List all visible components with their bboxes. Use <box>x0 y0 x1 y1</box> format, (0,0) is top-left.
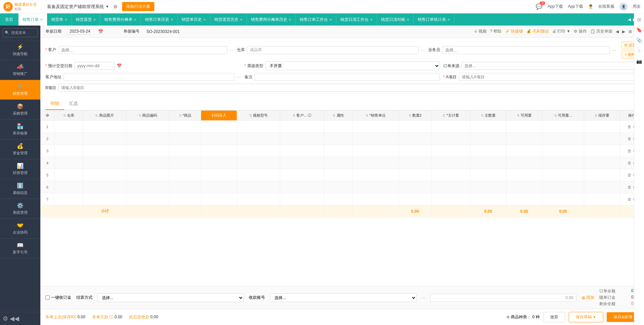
message-icon[interactable]: 💬 9 <box>536 3 542 10</box>
tab-sales-return[interactable]: 销货退货 ✕ <box>72 13 100 26</box>
row-6-customer-code[interactable] <box>280 181 324 193</box>
row-7-warehouse[interactable] <box>54 193 83 205</box>
sidebar-item-system[interactable]: ⚙️ 系统管理 <box>0 199 40 219</box>
row-6-main-qty[interactable] <box>470 181 506 193</box>
account-select[interactable]: 选择... <box>270 293 416 302</box>
row-3-product[interactable] <box>169 145 201 157</box>
tab-home[interactable]: 首页 <box>0 13 18 26</box>
row-2-qty2[interactable] <box>399 133 431 145</box>
row-4-code[interactable] <box>126 157 169 169</box>
history-tool[interactable]: 📋 历史单据 <box>590 29 612 34</box>
order-source-input[interactable] <box>461 62 639 70</box>
row-2-product[interactable] <box>169 133 201 145</box>
delivery-date-input[interactable] <box>74 62 115 70</box>
add-button[interactable]: ⊕ 添加 <box>581 295 594 300</box>
a-project-input[interactable] <box>459 73 639 81</box>
tab-close-icon[interactable]: ✕ <box>447 18 450 22</box>
delete-icon[interactable]: 🗑 <box>628 136 632 141</box>
row-2-main-unit[interactable] <box>431 133 470 145</box>
row-1-main-unit[interactable] <box>431 121 470 133</box>
right-tool-1[interactable]: ⊞ <box>637 17 641 22</box>
tab-return-history[interactable]: 销货退货历史 ✕ <box>210 13 247 26</box>
row-3-warehouse[interactable] <box>54 145 83 157</box>
tab-close-icon[interactable]: ✕ <box>93 18 96 22</box>
tab-close-icon[interactable]: ✕ <box>40 18 43 22</box>
sidebar-item-sales[interactable]: 🛒 销售管理 <box>0 80 40 100</box>
remark-input[interactable] <box>255 73 440 81</box>
sidebar-item-baseinfo[interactable]: ℹ️ 基础信息 <box>0 179 40 199</box>
row-3-unit[interactable] <box>353 145 399 157</box>
delete-icon[interactable]: 🗑 <box>628 124 632 129</box>
app-download-text[interactable]: App下载 <box>568 4 583 9</box>
tab-statistics[interactable]: 销售订单统计表 ✕ <box>414 13 454 26</box>
row-7-customer-code[interactable] <box>280 193 324 205</box>
row-1-qty2[interactable] <box>399 121 431 133</box>
tab-close-icon[interactable]: ✕ <box>407 18 409 22</box>
sidebar-item-finance[interactable]: 💰 资金管理 <box>0 139 40 159</box>
row-4-main-unit[interactable] <box>431 157 470 169</box>
row-4-product[interactable] <box>169 157 201 169</box>
row-5-attribute[interactable] <box>324 169 353 181</box>
system-title[interactable]: 装备及固定资产辅助管理系统 ▼ <box>47 4 109 10</box>
customer-address-input[interactable] <box>64 73 235 81</box>
row-1-product[interactable] <box>169 121 201 133</box>
shortcut-tool[interactable]: ⚡ 快捷键 <box>505 29 523 34</box>
delete-icon[interactable]: 🗑 <box>628 149 632 153</box>
warehouse-input[interactable] <box>247 46 419 54</box>
delivery-calendar-icon[interactable]: 📅 <box>117 64 122 68</box>
tab-close-icon[interactable]: ✕ <box>240 18 242 22</box>
tab-detail[interactable]: 明细 <box>45 98 64 110</box>
tab-sales-order[interactable]: 销售订单 ✕ <box>18 13 47 26</box>
app-download-link[interactable]: App下载 <box>547 4 563 9</box>
row-2-customer-code[interactable] <box>280 133 324 145</box>
tab-close-icon[interactable]: ✕ <box>203 18 206 22</box>
print-tool[interactable]: 🖨 打印 ▼ <box>552 29 571 34</box>
tab-prev-icon[interactable]: ◀ <box>627 17 632 22</box>
row-6-warehouse[interactable] <box>54 181 83 193</box>
tab-summary[interactable]: 汇总 <box>64 98 83 110</box>
tab-close-icon[interactable]: ✕ <box>289 18 291 22</box>
calendar-icon[interactable]: 📅 <box>98 29 103 34</box>
row-3-main-unit[interactable] <box>431 145 470 157</box>
row-1-main-qty[interactable] <box>470 121 506 133</box>
quick-order-label[interactable]: 一键收订金 <box>45 295 71 300</box>
tab-close-icon[interactable]: ✕ <box>134 18 137 22</box>
row-7-main-qty[interactable] <box>470 193 506 205</box>
sidebar-item-quicknav[interactable]: ⚡ 快捷导航 <box>0 40 40 60</box>
dots-btn2[interactable]: ··· <box>422 295 425 300</box>
row-5-spec[interactable] <box>237 169 280 181</box>
row-6-spec[interactable] <box>237 181 280 193</box>
row-7-qty2[interactable] <box>399 193 431 205</box>
row-6-attribute[interactable] <box>324 181 353 193</box>
help-tool[interactable]: ? 帮助 <box>490 29 501 34</box>
current-order-info-icon[interactable]: ⓘ <box>109 315 113 319</box>
quick-order-checkbox[interactable] <box>45 295 50 300</box>
invoice-type-select[interactable]: 不开票 增值税普通发票 增值税专用发票 <box>265 62 440 70</box>
row-1-warehouse[interactable] <box>54 121 83 133</box>
tab-sales-history[interactable]: 销货单历史 ✕ <box>178 13 210 26</box>
row-7-main-unit[interactable] <box>431 193 470 205</box>
row-6-code[interactable] <box>126 181 169 193</box>
row-4-unit[interactable] <box>353 157 399 169</box>
customer-dots-icon[interactable]: ··· <box>229 47 233 53</box>
sidebar-item-marketing[interactable]: 📣 营销推广 <box>0 60 40 80</box>
warehouse-dots-icon[interactable]: ··· <box>421 47 425 53</box>
customer-input[interactable] <box>58 46 227 54</box>
row-3-attribute[interactable] <box>324 145 353 157</box>
row-3-spec[interactable] <box>237 145 280 157</box>
nav-prev-icon[interactable]: ◀ <box>616 29 619 34</box>
sidebar-item-inventory[interactable]: 🏪 库存核算 <box>0 120 40 139</box>
tab-workbench[interactable]: 销售订单工作台 ✕ <box>296 13 336 26</box>
row-2-code[interactable] <box>126 133 169 145</box>
user-name[interactable]: 用友 <box>633 4 641 9</box>
sidebar-item-management[interactable]: 📊 经营管理 <box>0 159 40 179</box>
settings-icon[interactable]: ⚙ <box>112 3 119 10</box>
row-5-warehouse[interactable] <box>54 169 83 181</box>
right-tool-4[interactable]: ☆ <box>637 48 641 53</box>
right-tool-3[interactable]: 📎 <box>636 38 642 43</box>
row-5-main-qty[interactable] <box>470 169 506 181</box>
row-5-code[interactable] <box>126 169 169 181</box>
tab-sales-goods[interactable]: 销货单 ✕ <box>47 13 72 26</box>
profit-tool[interactable]: 💰 毛利预估 <box>526 29 548 34</box>
row-6-main-unit[interactable] <box>431 181 470 193</box>
